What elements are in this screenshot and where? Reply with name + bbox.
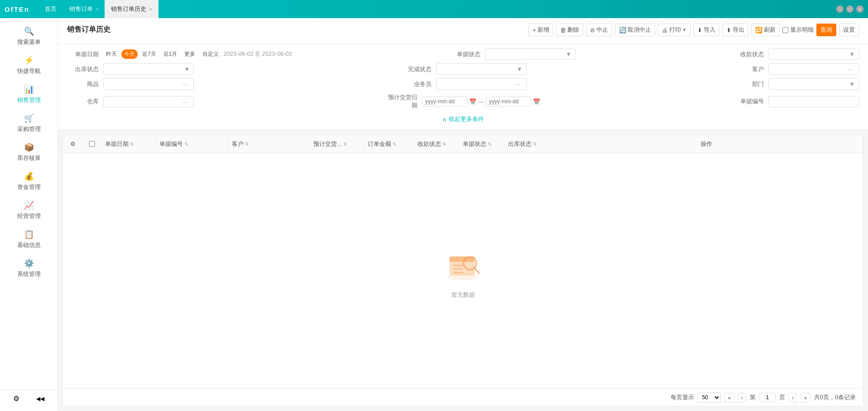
- print-button[interactable]: 🖨 打印 ▼: [658, 24, 691, 36]
- date-7days[interactable]: 近7天: [139, 49, 159, 59]
- select-all-checkbox[interactable]: [89, 141, 95, 147]
- collapse-filter-button[interactable]: ∧ 收起更多条件: [67, 113, 859, 125]
- prev-page-button[interactable]: ‹: [738, 393, 746, 402]
- tab-sales-history-close[interactable]: ×: [149, 6, 152, 12]
- sidebar-item-system[interactable]: ⚙️ 系统管理: [0, 254, 58, 283]
- sidebar-item-basic[interactable]: 📋 基础信息: [0, 225, 58, 254]
- page-label: 第: [750, 393, 756, 401]
- delete-label: 删除: [567, 26, 579, 34]
- sidebar-item-finance[interactable]: 💰 资金管理: [0, 167, 58, 196]
- refresh-label: 刷新: [764, 26, 776, 34]
- close-button[interactable]: ×: [856, 5, 863, 13]
- th-amount[interactable]: 订单金额 ⇅: [364, 135, 414, 153]
- page-size-select[interactable]: 50 20 100: [698, 392, 721, 402]
- goods-label: 商品: [67, 80, 103, 88]
- display-cols-checkbox[interactable]: 显示明细: [782, 26, 814, 34]
- th-checkbox[interactable]: [83, 136, 101, 151]
- th-warehouse-sort: ⇅: [533, 141, 537, 146]
- refresh-button[interactable]: 🔁 刷新: [751, 24, 780, 36]
- sidebar-item-sales[interactable]: 📊 销售管理: [0, 80, 58, 109]
- query-button[interactable]: 查询: [816, 24, 836, 36]
- tab-sales-order-close[interactable]: ×: [96, 6, 98, 12]
- delivery-start-input[interactable]: [422, 97, 467, 106]
- customer-input[interactable]: ···: [768, 63, 859, 75]
- next-page-button[interactable]: ›: [789, 393, 797, 402]
- tab-sales-history[interactable]: 销售订单历史 ×: [105, 0, 158, 18]
- tab-sales-order[interactable]: 销售订单 ×: [63, 0, 105, 18]
- top-bar: OfTEn 首页 销售订单 × 销售订单历史 × ─ □ ×: [0, 0, 868, 18]
- th-payment-sort: ⇅: [442, 141, 446, 146]
- import-button[interactable]: ⬇ 导入: [693, 24, 719, 36]
- current-page-input[interactable]: [759, 393, 776, 402]
- warehouse-input[interactable]: ···: [103, 96, 194, 107]
- date-custom[interactable]: 自定义: [200, 49, 221, 59]
- minimize-button[interactable]: ─: [836, 5, 844, 13]
- settings-bottom-icon[interactable]: ⚙: [13, 394, 19, 403]
- empty-state: 暂无数据: [63, 153, 863, 388]
- th-settings[interactable]: ⚙: [63, 136, 83, 152]
- th-warehouse[interactable]: 出库状态 ⇅: [504, 135, 550, 153]
- customer-dots[interactable]: ···: [848, 66, 853, 73]
- delivery-start-cal-icon[interactable]: 📅: [469, 98, 476, 105]
- warehouse-dots[interactable]: ···: [182, 98, 187, 105]
- doc-number-input[interactable]: [768, 96, 859, 107]
- salesperson-dots[interactable]: ···: [515, 81, 520, 87]
- sidebar-item-purchase[interactable]: 🛒 采购管理: [0, 109, 58, 138]
- th-ops-label: 操作: [700, 140, 712, 148]
- collapse-sidebar-icon[interactable]: ◀◀: [36, 396, 44, 402]
- system-icon: ⚙️: [24, 258, 34, 268]
- first-page-button[interactable]: «: [724, 393, 734, 402]
- maximize-button[interactable]: □: [846, 5, 854, 13]
- complete-status-label: 完成状态: [400, 65, 436, 73]
- sidebar-item-finance-label: 资金管理: [17, 183, 41, 191]
- salesperson-input[interactable]: ···: [436, 78, 527, 90]
- sidebar-item-search[interactable]: 🔍 搜索菜单: [0, 22, 58, 51]
- goods-input[interactable]: ···: [103, 78, 194, 90]
- delete-button[interactable]: 🗑 删除: [556, 24, 583, 36]
- goods-dots[interactable]: ···: [182, 81, 187, 87]
- th-date[interactable]: 单据日期 ⇅: [101, 135, 156, 153]
- new-button[interactable]: + 新增: [528, 24, 553, 36]
- th-customer-label: 客户: [232, 140, 244, 148]
- settings-button[interactable]: 设置: [839, 24, 859, 36]
- dept-select[interactable]: ▼: [768, 78, 859, 90]
- date-more[interactable]: 更多: [182, 49, 198, 59]
- th-doc-status[interactable]: 单据状态 ⇅: [459, 135, 504, 153]
- import-label: 导入: [704, 26, 715, 34]
- payment-status-select[interactable]: ▼: [768, 48, 859, 60]
- date-today[interactable]: 今天: [121, 49, 138, 59]
- th-order[interactable]: 单据编号 ⇅: [156, 135, 228, 153]
- date-1month[interactable]: 近1月: [161, 49, 180, 59]
- th-delivery[interactable]: 预计交货... ⇅: [310, 135, 364, 153]
- cancel-stop-button[interactable]: 🔄 取消中止: [615, 24, 655, 36]
- date-yesterday[interactable]: 昨天: [103, 49, 120, 59]
- stop-label: 中止: [596, 26, 608, 34]
- th-customer[interactable]: 客户 ⇅: [228, 135, 310, 153]
- sidebar-item-quick-nav[interactable]: ⚡ 快捷导航: [0, 51, 58, 80]
- display-cols-input[interactable]: [782, 27, 788, 33]
- th-ops: 操作: [550, 135, 863, 153]
- doc-status-select[interactable]: ▼: [485, 48, 575, 60]
- stop-button[interactable]: ⊘ 中止: [586, 24, 612, 36]
- svg-line-4: [475, 268, 479, 273]
- svg-rect-7: [453, 272, 463, 273]
- delivery-end-input[interactable]: [486, 97, 531, 106]
- page-title: 销售订单历史: [67, 25, 110, 34]
- first-page-icon: «: [728, 394, 731, 401]
- salesperson-label: 业务员: [400, 80, 436, 88]
- th-warehouse-label: 出库状态: [508, 140, 532, 148]
- doc-status-label: 单据状态: [449, 50, 485, 58]
- tab-home[interactable]: 首页: [38, 0, 63, 18]
- sidebar-item-management[interactable]: 📈 经营管理: [0, 196, 58, 225]
- sidebar-item-inventory[interactable]: 📦 库存核算: [0, 138, 58, 167]
- delivery-end-cal-icon[interactable]: 📅: [533, 98, 540, 105]
- th-amount-sort: ⇅: [393, 141, 396, 146]
- th-payment[interactable]: 收款状态 ⇅: [414, 135, 459, 153]
- date-filter: 昨天 今天 近7天 近1月 更多 自定义 2023-06-02 至 2023-0…: [103, 49, 292, 59]
- export-button[interactable]: ⬆ 导出: [722, 24, 748, 36]
- complete-status-select[interactable]: ▼: [436, 63, 527, 75]
- warehouse-status-select[interactable]: ▼: [103, 63, 194, 75]
- filter-row-3: 商品 ··· 业务员 ··· 部门 ▼: [67, 78, 859, 90]
- svg-rect-6: [453, 268, 462, 270]
- last-page-button[interactable]: »: [801, 393, 810, 402]
